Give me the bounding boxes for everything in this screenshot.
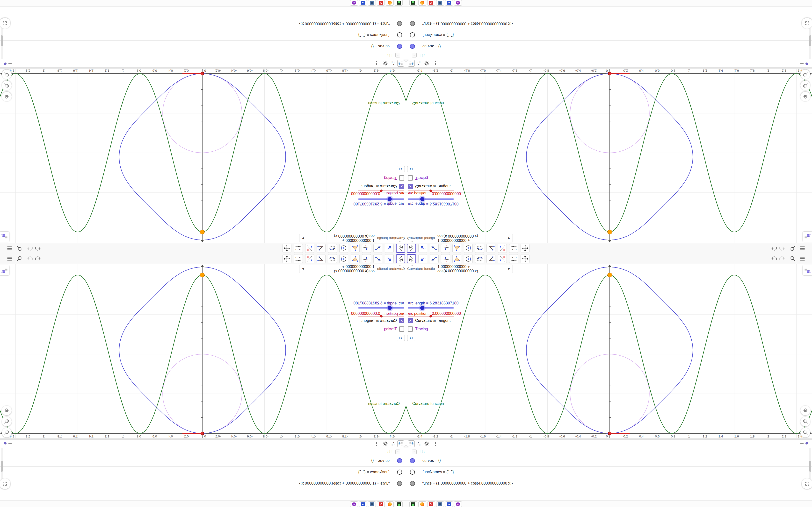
tool-circle-icon[interactable] — [464, 254, 473, 263]
gear-icon[interactable] — [423, 60, 430, 67]
tool-point-icon[interactable]: A — [385, 254, 394, 263]
tool-ellipse-icon[interactable] — [328, 244, 337, 253]
zoom-out-icon[interactable] — [800, 69, 810, 79]
collapse-icon[interactable]: − — [395, 53, 400, 57]
curvature-point[interactable] — [608, 273, 612, 277]
tool-move-icon[interactable] — [407, 254, 416, 263]
fullscreen-icon[interactable] — [802, 18, 812, 29]
tool-perpendicular-line-icon[interactable] — [362, 244, 371, 253]
tool-reflect-icon[interactable] — [305, 254, 314, 263]
zoom-in-icon[interactable] — [2, 80, 12, 90]
tool-polygon-icon[interactable] — [452, 254, 461, 263]
tool-line-icon[interactable] — [430, 254, 439, 263]
taskbar-app-camera-monitor[interactable] — [436, 501, 444, 507]
tree-view-icon[interactable] — [408, 60, 415, 67]
arc-position-point[interactable] — [201, 72, 204, 75]
taskbar-app-purple-face[interactable]: •• — [350, 501, 358, 507]
algebra-row-funcs[interactable]: funcs = {1.000000000000 + cos(4.00000000… — [406, 478, 812, 489]
algebra-row-funcNames[interactable]: funcNames = {" "} — [406, 29, 812, 40]
tool-polygon-icon[interactable] — [351, 244, 360, 253]
blue-visibility-toggle[interactable] — [410, 458, 415, 463]
grey-visibility-toggle[interactable] — [410, 481, 415, 486]
tracing-checkbox[interactable] — [399, 175, 404, 181]
tool-angle-icon[interactable] — [487, 254, 495, 263]
tool-reflect-icon[interactable] — [498, 244, 507, 253]
tool-perpendicular-line-icon[interactable] — [441, 244, 450, 253]
taskbar-app-camera-monitor[interactable] — [368, 0, 376, 6]
tree-view-icon[interactable] — [397, 60, 404, 67]
redo-icon[interactable] — [27, 245, 34, 252]
tool-polygon-icon[interactable] — [452, 244, 461, 253]
graphics-view[interactable]: -2.4-2.2-2-1.8-1.6-1.4-1.2-1-0.8-0.6-0.4… — [0, 69, 406, 243]
zoom-out-icon[interactable] — [2, 69, 12, 79]
tool-ellipse-icon[interactable] — [475, 244, 484, 253]
algebra-row-funcs[interactable]: funcs = {1.000000000000 + cos(4.00000000… — [0, 478, 406, 489]
taskbar-app-red-gear[interactable] — [427, 0, 435, 6]
tracing-checkbox[interactable] — [408, 175, 413, 181]
kebab-menu-icon[interactable] — [373, 440, 380, 447]
tool-angle-icon[interactable] — [317, 244, 325, 253]
graphics-stylebar-button[interactable] — [803, 232, 812, 242]
empty-visibility-toggle[interactable] — [397, 469, 402, 475]
tool-point-icon[interactable]: A — [418, 244, 427, 253]
algebra-row-funcNames[interactable]: funcNames = {" "} — [406, 467, 812, 478]
redo-icon[interactable] — [778, 255, 785, 262]
graphics-stylebar-button[interactable] — [0, 265, 9, 275]
arc-position-slider-knob[interactable] — [380, 189, 383, 192]
tool-reflect-icon[interactable] — [305, 244, 314, 253]
taskbar-app-camera-monitor[interactable] — [436, 0, 444, 6]
fx-icon[interactable]: fx — [389, 60, 396, 67]
undo-icon[interactable] — [771, 245, 778, 252]
tool-angle-icon[interactable] — [487, 244, 495, 253]
taskbar-app-purple-face[interactable]: •• — [350, 0, 358, 6]
arc-position-point[interactable] — [609, 432, 611, 435]
graphics-stylebar-button[interactable] — [0, 232, 9, 242]
home-icon[interactable] — [800, 406, 810, 415]
zoom-out-icon[interactable] — [2, 428, 12, 438]
arc-position-slider-knob[interactable] — [429, 315, 432, 318]
fx-icon[interactable]: fx — [416, 440, 423, 447]
kebab-menu-icon[interactable] — [432, 440, 439, 447]
tracing-checkbox[interactable] — [399, 326, 404, 332]
fx-icon[interactable]: fx — [389, 440, 396, 447]
graphics-view[interactable]: -2.4-2.2-2-1.8-1.6-1.4-1.2-1-0.8-0.6-0.4… — [0, 264, 406, 438]
taskbar-app-console-green[interactable] — [395, 501, 403, 507]
tool-ellipse-icon[interactable] — [328, 254, 337, 263]
taskbar-app-red-gear[interactable] — [427, 501, 435, 507]
view-splitter[interactable] — [406, 67, 812, 69]
search-icon[interactable] — [789, 245, 796, 252]
skip-to-end-button[interactable]: ▶ — [397, 335, 405, 341]
view-splitter[interactable] — [406, 438, 812, 440]
arc-length-slider-knob[interactable] — [388, 306, 392, 310]
graphics-view[interactable]: -2.4-2.2-2-1.8-1.6-1.4-1.2-1-0.8-0.6-0.4… — [406, 69, 812, 243]
undo-icon[interactable] — [34, 245, 41, 252]
algebra-row-curves[interactable]: curves = {} — [406, 455, 812, 467]
search-icon[interactable] — [16, 245, 23, 252]
curvature-point[interactable] — [200, 273, 204, 277]
zoom-in-icon[interactable] — [2, 417, 12, 427]
tool-polygon-icon[interactable] — [351, 254, 360, 263]
taskbar-app-firefox[interactable] — [386, 0, 394, 6]
curvature-tangent-checkbox[interactable]: ✓ — [399, 184, 404, 189]
taskbar-app-purple-face[interactable]: •• — [454, 501, 462, 507]
tool-move-graphics-icon[interactable] — [520, 254, 529, 263]
fullscreen-icon[interactable] — [802, 478, 812, 489]
redo-icon[interactable] — [27, 255, 34, 262]
menu-icon[interactable] — [6, 255, 13, 262]
curvature-tangent-checkbox[interactable]: ✓ — [399, 318, 404, 323]
arc-position-point[interactable] — [609, 72, 611, 75]
tool-move-icon[interactable] — [396, 244, 405, 253]
menu-icon[interactable] — [799, 255, 806, 262]
search-icon[interactable] — [789, 255, 796, 262]
tree-view-icon[interactable] — [397, 440, 404, 447]
taskbar-app-floppy-64[interactable]: 64 — [445, 0, 453, 6]
tool-slider-icon[interactable]: a = 2 — [509, 244, 518, 253]
taskbar-app-red-gear[interactable] — [377, 0, 385, 6]
arc-length-slider[interactable] — [358, 199, 404, 200]
home-icon[interactable] — [800, 92, 810, 101]
menu-icon[interactable] — [6, 245, 13, 252]
undo-icon[interactable] — [771, 255, 778, 262]
algebra-row-funcNames[interactable]: funcNames = {" "} — [0, 29, 406, 40]
taskbar-app-firefox[interactable] — [418, 0, 426, 6]
tree-view-icon[interactable] — [408, 440, 415, 447]
